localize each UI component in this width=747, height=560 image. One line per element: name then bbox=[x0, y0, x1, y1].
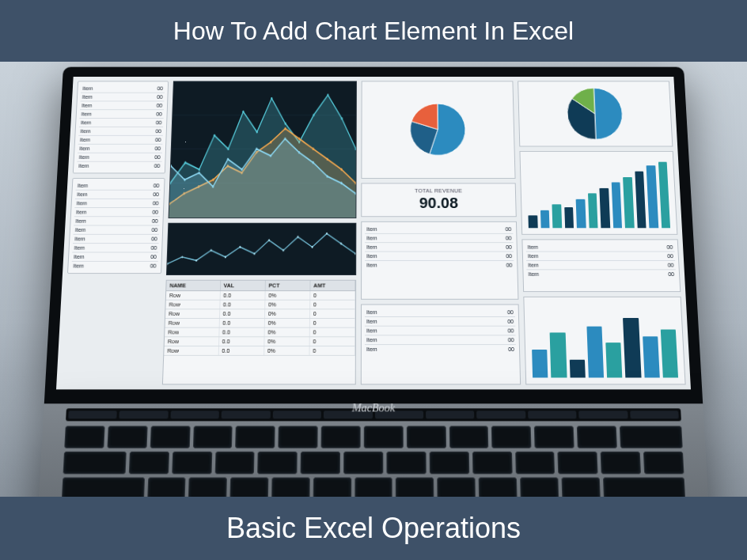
bar bbox=[643, 337, 660, 378]
list-item: Item00 bbox=[78, 145, 162, 153]
data-table: NAMEVALPCTAMT Row0.00%0Row0.00%0Row0.00%… bbox=[162, 279, 356, 384]
keyboard-key bbox=[561, 477, 600, 497]
footer-banner: Basic Excel Operations bbox=[0, 497, 747, 560]
bar bbox=[550, 332, 567, 377]
bar bbox=[588, 193, 598, 228]
keyboard-key bbox=[192, 426, 233, 448]
svg-point-48 bbox=[181, 256, 183, 259]
list-item: Item00 bbox=[75, 191, 161, 199]
bar bbox=[532, 350, 548, 377]
table-row: Row0.00%0 bbox=[165, 327, 355, 337]
bar bbox=[658, 161, 670, 228]
keyboard-key bbox=[355, 477, 392, 497]
keyboard-key bbox=[396, 477, 434, 497]
list-item: Item00 bbox=[73, 235, 159, 244]
laptop-brand: MacBook bbox=[352, 402, 396, 414]
bar bbox=[661, 329, 679, 377]
bar bbox=[611, 183, 622, 229]
list-item: Item00 bbox=[526, 252, 675, 261]
footer-title: Basic Excel Operations bbox=[226, 512, 521, 545]
keyboard-key bbox=[643, 452, 684, 475]
list-item: Item00 bbox=[365, 317, 515, 327]
list-item: Item00 bbox=[80, 101, 164, 110]
keyboard-key bbox=[577, 426, 617, 448]
list-item: Item00 bbox=[76, 182, 161, 191]
laptop-screen: Item00Item00Item00Item00Item00Item00Item… bbox=[56, 77, 691, 389]
list-item: Item00 bbox=[74, 225, 160, 234]
keyboard bbox=[59, 426, 688, 497]
list-item: Item00 bbox=[365, 261, 514, 269]
right-column-1: TOTAL REVENUE 90.08 Item00Item00Item00It… bbox=[361, 81, 521, 384]
keyboard-key bbox=[321, 426, 361, 448]
bar bbox=[528, 216, 537, 229]
bar bbox=[605, 342, 622, 378]
small-list-panel-1: Item00Item00Item00Item00Item00 bbox=[361, 221, 518, 300]
table-row: Row0.00%0 bbox=[164, 346, 355, 356]
keyboard-key bbox=[214, 452, 255, 475]
keyboard-key bbox=[230, 477, 269, 497]
table-row: Row0.00%0 bbox=[165, 309, 355, 319]
svg-point-59 bbox=[340, 243, 342, 245]
sidebar-left: Item00Item00Item00Item00Item00Item00Item… bbox=[61, 81, 169, 384]
keyboard-key bbox=[534, 426, 574, 448]
right-column-2: Item00Item00Item00Item00 bbox=[518, 81, 685, 384]
keyboard-key bbox=[64, 426, 104, 448]
keyboard-key bbox=[63, 452, 127, 475]
keyboard-key bbox=[150, 426, 190, 448]
keyboard-key bbox=[313, 477, 351, 497]
keyboard-key bbox=[429, 452, 468, 475]
center-column: NAMEVALPCTAMT Row0.00%0Row0.00%0Row0.00%… bbox=[162, 81, 357, 384]
keyboard-key bbox=[129, 452, 169, 475]
table-row: Row0.00%0 bbox=[166, 291, 355, 301]
keyboard-key bbox=[343, 452, 383, 475]
list-item: Item00 bbox=[81, 85, 165, 93]
keyboard-key bbox=[491, 426, 532, 448]
table-row: Row0.00%0 bbox=[165, 337, 355, 346]
keyboard-key bbox=[437, 477, 476, 497]
list-item: Item00 bbox=[72, 252, 158, 261]
list-item: Item00 bbox=[365, 234, 514, 243]
kpi-label: TOTAL REVENUE bbox=[366, 188, 510, 193]
list-item: Item00 bbox=[72, 244, 158, 252]
keyboard-key bbox=[601, 452, 641, 475]
laptop-screen-frame: Item00Item00Item00Item00Item00Item00Item… bbox=[44, 67, 703, 404]
small-list-panel-3: Item00Item00Item00Item00 bbox=[521, 240, 681, 292]
list-item: Item00 bbox=[81, 93, 165, 102]
bar bbox=[623, 177, 634, 229]
keyboard-key bbox=[515, 452, 556, 475]
list-item: Item00 bbox=[525, 243, 674, 252]
bar bbox=[623, 318, 641, 378]
keyboard-key bbox=[386, 452, 426, 475]
list-item: Item00 bbox=[79, 119, 164, 127]
bar bbox=[635, 172, 647, 229]
svg-point-45 bbox=[340, 182, 342, 184]
keyboard-key bbox=[301, 452, 340, 475]
keyboard-key bbox=[449, 426, 488, 448]
list-item: Item00 bbox=[365, 308, 515, 317]
keyboard-key bbox=[172, 452, 212, 475]
list-item: Item00 bbox=[78, 127, 163, 136]
pie-chart-2 bbox=[518, 81, 673, 146]
keyboard-key bbox=[147, 477, 186, 497]
list-item: Item00 bbox=[526, 261, 676, 270]
svg-point-31 bbox=[341, 168, 343, 170]
list-item: Item00 bbox=[79, 110, 164, 119]
bar bbox=[564, 207, 574, 228]
keyboard-key bbox=[364, 426, 404, 448]
bar bbox=[647, 166, 658, 229]
kpi-value: 90.08 bbox=[366, 195, 511, 211]
keyboard-key bbox=[271, 477, 310, 497]
table-header: NAMEVALPCTAMT bbox=[166, 280, 355, 290]
list-item: Item00 bbox=[365, 252, 514, 261]
keyboard-key bbox=[620, 426, 683, 448]
table-row: Row0.00%0 bbox=[165, 318, 355, 327]
bar bbox=[586, 327, 604, 378]
list-item: Item00 bbox=[526, 271, 676, 279]
hero-image: Item00Item00Item00Item00Item00Item00Item… bbox=[0, 62, 747, 497]
list-item: Item00 bbox=[78, 136, 163, 145]
page-title: How To Add Chart Element In Excel bbox=[173, 17, 574, 46]
svg-point-49 bbox=[195, 259, 197, 262]
sidebar-panel-top: Item00Item00Item00Item00Item00Item00Item… bbox=[73, 81, 169, 173]
list-item: Item00 bbox=[71, 262, 157, 270]
keyboard-key bbox=[188, 477, 227, 497]
